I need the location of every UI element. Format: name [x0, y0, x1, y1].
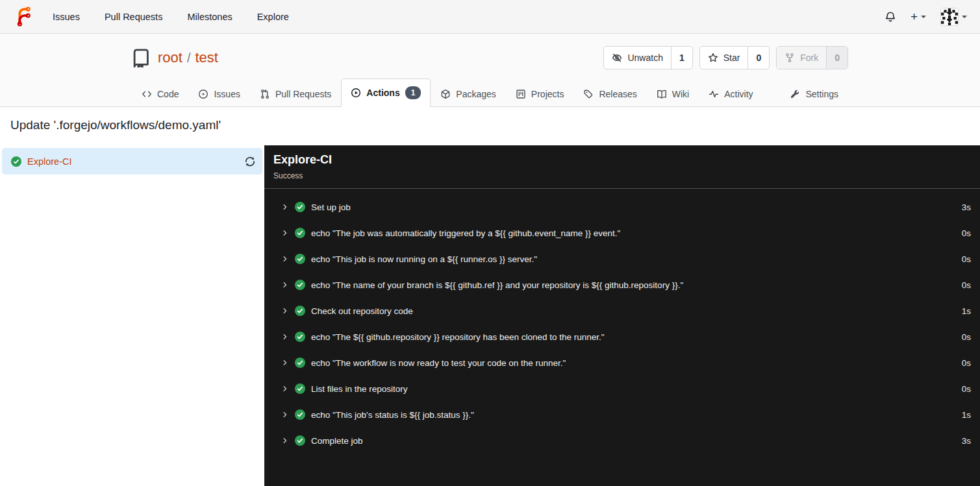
user-menu-button[interactable]	[938, 5, 970, 29]
avatar	[940, 8, 959, 26]
unwatch-label: Unwatch	[627, 53, 662, 63]
chevron-right-icon	[281, 229, 289, 237]
step-row[interactable]: echo "The name of your branch is ${{ git…	[264, 272, 980, 298]
repo-header: root / test Unwatch 1 Star 0	[0, 34, 980, 107]
step-duration: 0s	[962, 332, 971, 342]
watchers-count[interactable]: 1	[671, 47, 692, 69]
tab-code[interactable]: Code	[132, 81, 188, 106]
nav-item-explore[interactable]: Explore	[245, 12, 301, 22]
job-status-text: Success	[273, 171, 971, 180]
step-name: echo "The workflow is now ready to test …	[311, 358, 566, 368]
step-row[interactable]: echo "This job's status is ${{ job.statu…	[264, 402, 980, 428]
job-detail-header: Explore-CI Success	[264, 145, 980, 189]
stars-count[interactable]: 0	[748, 47, 769, 69]
actions-run-view: Explore-CI Explore-CI Success Set up job…	[0, 145, 980, 486]
step-duration: 0s	[962, 384, 971, 394]
star-button-group[interactable]: Star 0	[699, 46, 770, 69]
step-row[interactable]: echo "The ${{ github.repository }} repos…	[264, 324, 980, 350]
tab-activity[interactable]: Activity	[699, 81, 762, 106]
play-circle-icon	[351, 88, 361, 98]
issue-circle-icon	[198, 89, 208, 99]
fork-label: Fork	[800, 53, 818, 63]
job-detail-title: Explore-CI	[273, 153, 971, 167]
job-name: Explore-CI	[27, 156, 238, 167]
plus-icon: +	[911, 10, 918, 23]
tab-actions[interactable]: Actions 1	[341, 79, 431, 107]
unwatch-button-group[interactable]: Unwatch 1	[603, 46, 692, 69]
tab-projects[interactable]: Projects	[506, 81, 574, 106]
nav-item-pull-requests[interactable]: Pull Requests	[92, 12, 175, 22]
tab-pull-requests[interactable]: Pull Requests	[250, 81, 341, 106]
create-new-button[interactable]: +	[908, 8, 929, 25]
step-name: echo "This job's status is ${{ job.statu…	[311, 410, 474, 420]
steps-list: Set up job 3s echo "The job was automati…	[264, 189, 980, 454]
step-success-icon	[295, 228, 305, 238]
pulse-icon	[709, 89, 719, 99]
step-row-setup[interactable]: Set up job 3s	[264, 194, 980, 220]
step-name: Complete job	[311, 436, 363, 446]
jobs-sidebar: Explore-CI	[0, 145, 264, 486]
chevron-right-icon	[281, 333, 289, 341]
tab-label: Actions	[366, 88, 399, 98]
repo-separator: /	[187, 51, 191, 66]
caret-down-icon	[921, 16, 926, 21]
code-icon	[142, 89, 152, 99]
star-button[interactable]: Star	[700, 47, 748, 69]
repo-name-link[interactable]: test	[195, 49, 218, 66]
forgejo-logo[interactable]	[14, 6, 34, 27]
step-duration: 1s	[962, 306, 971, 316]
tab-label: Issues	[214, 89, 240, 99]
top-navbar: Issues Pull Requests Milestones Explore …	[0, 0, 980, 34]
chevron-right-icon	[281, 203, 289, 211]
repo-action-buttons: Unwatch 1 Star 0 Fork 0	[603, 46, 848, 69]
step-row-checkout[interactable]: Check out repository code 1s	[264, 298, 980, 324]
nav-item-issues[interactable]: Issues	[40, 12, 92, 22]
step-success-icon	[295, 280, 305, 290]
rerun-job-button[interactable]	[244, 156, 256, 167]
step-name: Check out repository code	[311, 306, 413, 316]
chevron-right-icon	[281, 255, 289, 263]
step-duration: 3s	[962, 202, 971, 212]
fork-button: Fork	[777, 47, 826, 69]
tab-label: Code	[157, 89, 179, 99]
chevron-right-icon	[281, 411, 289, 419]
tab-label: Settings	[805, 89, 838, 99]
bell-icon	[885, 11, 896, 23]
chevron-right-icon	[281, 281, 289, 289]
forks-count: 0	[826, 47, 848, 69]
tab-label: Wiki	[672, 89, 689, 99]
nav-item-milestones[interactable]: Milestones	[175, 12, 244, 22]
step-row-list-files[interactable]: List files in the repository 0s	[264, 376, 980, 402]
tab-label: Packages	[456, 89, 496, 99]
step-success-icon	[295, 435, 305, 446]
step-duration: 3s	[962, 436, 971, 446]
tag-icon	[583, 89, 594, 99]
chevron-right-icon	[281, 307, 289, 315]
step-success-icon	[295, 254, 305, 264]
step-name: echo "The ${{ github.repository }} repos…	[311, 332, 605, 342]
step-row[interactable]: echo "The job was automatically triggere…	[264, 220, 980, 246]
tab-settings[interactable]: Settings	[780, 81, 848, 106]
repo-title: root / test	[158, 49, 218, 66]
job-success-icon	[11, 156, 21, 167]
star-icon	[708, 53, 718, 63]
step-duration: 0s	[962, 254, 971, 264]
tab-packages[interactable]: Packages	[431, 81, 505, 106]
star-label: Star	[723, 53, 740, 63]
step-row[interactable]: echo "This job is now running on a ${{ r…	[264, 246, 980, 272]
eye-slash-icon	[612, 53, 622, 63]
unwatch-button[interactable]: Unwatch	[604, 47, 670, 69]
job-item-explore-ci[interactable]: Explore-CI	[2, 148, 262, 175]
tab-wiki[interactable]: Wiki	[647, 81, 699, 106]
tab-releases[interactable]: Releases	[573, 81, 646, 106]
notifications-button[interactable]	[882, 8, 899, 25]
step-success-icon	[295, 202, 305, 212]
package-icon	[440, 89, 451, 99]
step-row-complete[interactable]: Complete job 3s	[264, 428, 980, 454]
step-name: List files in the repository	[311, 384, 408, 394]
tab-issues[interactable]: Issues	[188, 81, 249, 106]
step-success-icon	[295, 306, 305, 316]
step-row[interactable]: echo "The workflow is now ready to test …	[264, 350, 980, 376]
repo-owner-link[interactable]: root	[158, 49, 182, 66]
actions-count-badge: 1	[405, 86, 421, 99]
